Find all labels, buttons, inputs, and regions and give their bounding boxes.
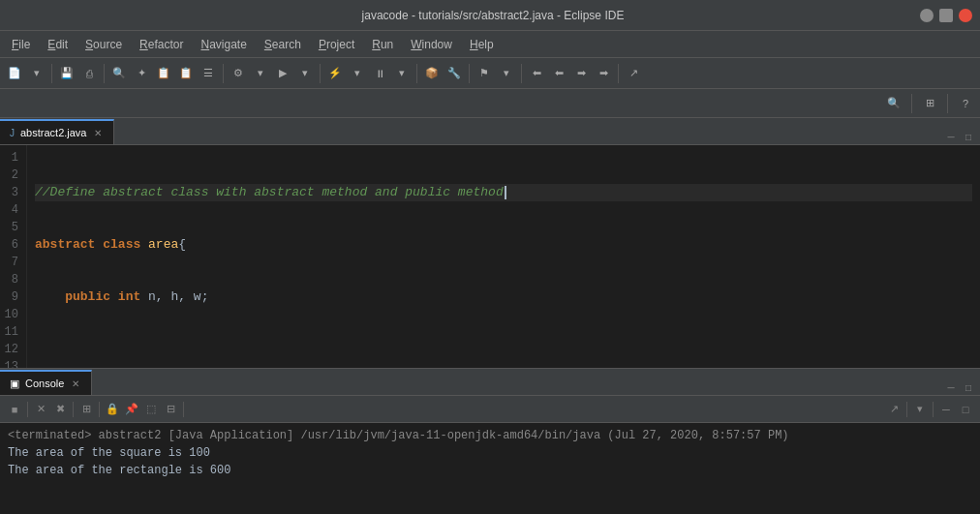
console-toolbar-sep-3 — [99, 402, 100, 417]
menu-run[interactable]: Run — [364, 35, 401, 54]
title-bar-controls — [920, 9, 972, 22]
minimize-button[interactable] — [920, 9, 934, 22]
toolbar-btn-9[interactable]: ▾ — [250, 63, 271, 84]
maximize-button[interactable] — [939, 9, 953, 22]
console-toolbar-sep-6 — [933, 402, 934, 417]
console-output-line-2: The area of the rectangle is 600 — [8, 462, 972, 479]
console-toolbar-sep-5 — [906, 402, 907, 417]
console-btn-4[interactable]: ⊟ — [162, 401, 179, 418]
console-stop2-btn[interactable]: ✕ — [32, 401, 49, 418]
editor-tab-bar: J abstract2.java ✕ ─ □ — [0, 118, 980, 145]
console-maximize-btn[interactable]: □ — [957, 401, 974, 418]
console-tab-close[interactable]: ✕ — [70, 378, 81, 389]
minimize-editor-btn[interactable]: ─ — [943, 129, 959, 144]
line-numbers: 12345 678910 111213 — [0, 145, 27, 368]
toolbar-btn-21[interactable]: ➡ — [593, 63, 614, 84]
toolbar-btn-7[interactable]: ☰ — [198, 63, 219, 84]
toolbar-btn-8[interactable]: ⚙ — [228, 63, 249, 84]
code-content[interactable]: //Define abstract class with abstract me… — [27, 145, 980, 368]
console-open-btn[interactable]: ⬚ — [142, 401, 160, 418]
new-button[interactable]: 📄 — [4, 63, 25, 84]
console-output-line-1: The area of the square is 100 — [8, 444, 972, 462]
save-button[interactable]: 💾 — [56, 63, 77, 84]
console-tab[interactable]: ▣ Console ✕ — [0, 370, 92, 395]
toolbar-sep-4 — [320, 64, 321, 83]
toolbar-sep-3 — [223, 64, 224, 83]
minimize-console-btn[interactable]: ─ — [943, 379, 959, 395]
code-line-2: abstract class area{ — [35, 236, 972, 254]
run-button[interactable]: ▶ — [272, 63, 293, 84]
menu-window[interactable]: Window — [403, 35, 460, 54]
console-open-external-btn[interactable]: ↗ — [885, 401, 903, 418]
menu-refactor[interactable]: Refactor — [132, 35, 191, 54]
window-title: javacode - tutorials/src/abstract2.java … — [66, 9, 920, 22]
editor-tab-abstract2[interactable]: J abstract2.java ✕ — [0, 119, 114, 144]
code-line-4 — [35, 341, 972, 358]
toolbar-sep-8 — [618, 64, 619, 83]
toolbar-btn-22[interactable]: ↗ — [623, 63, 644, 84]
console-area: ▣ Console ✕ ─ □ ■ ✕ ✖ ⊞ 🔒 📌 ⬚ ⊟ ↗ — [0, 368, 980, 514]
toolbar-btn-1[interactable]: ▾ — [26, 63, 47, 84]
menu-file[interactable]: File — [4, 35, 38, 54]
console-minimize-btn[interactable]: ─ — [937, 401, 955, 418]
console-stop-btn[interactable]: ■ — [6, 401, 23, 418]
console-toolbar: ■ ✕ ✖ ⊞ 🔒 📌 ⬚ ⊟ ↗ ▾ ─ □ — [0, 396, 980, 423]
toolbar-btn-17[interactable]: ▾ — [496, 63, 517, 84]
toolbar-main: 📄 ▾ 💾 ⎙ 🔍 ✦ 📋 📋 ☰ ⚙ ▾ ▶ ▾ ⚡ ▾ ⏸ ▾ 📦 🔧 ⚑ … — [0, 58, 980, 89]
tab-close-button[interactable]: ✕ — [92, 127, 104, 138]
menu-source[interactable]: Source — [77, 35, 130, 54]
toolbar-sep-6 — [469, 64, 470, 83]
toolbar-btn-5[interactable]: 📋 — [153, 63, 174, 84]
toolbar-sep-7 — [521, 64, 522, 83]
console-copy-btn[interactable]: ⊞ — [77, 401, 95, 418]
java-file-icon: J — [10, 128, 15, 138]
console-tab-bar: ▣ Console ✕ ─ □ — [0, 369, 980, 396]
console-icon: ▣ — [10, 378, 19, 390]
run-dropdown[interactable]: ▾ — [294, 63, 316, 84]
tab-label: abstract2.java — [20, 127, 86, 138]
maximize-editor-btn[interactable]: □ — [961, 129, 976, 144]
toolbar-sep-5 — [416, 64, 417, 83]
tab-controls: ─ □ — [943, 129, 980, 144]
console-dropdown-btn[interactable]: ▾ — [911, 401, 929, 418]
console-toolbar-right: ↗ ▾ ─ □ — [885, 401, 974, 418]
toolbar2-sep-2 — [947, 94, 948, 113]
menu-search[interactable]: Search — [257, 35, 309, 54]
toolbar-sep-1 — [51, 64, 52, 83]
toolbar-btn-3[interactable]: 🔍 — [108, 63, 130, 84]
console-tab-controls: ─ □ — [943, 379, 980, 395]
toolbar-btn-14[interactable]: 📦 — [421, 63, 443, 84]
toolbar-btn-4[interactable]: ✦ — [131, 63, 152, 84]
toolbar-secondary: 🔍 ⊞ ? — [0, 89, 980, 118]
menu-project[interactable]: Project — [311, 35, 362, 54]
console-status-line: <terminated> abstract2 [Java Application… — [8, 427, 972, 444]
console-toolbar-sep-2 — [73, 402, 74, 417]
toolbar-btn-6[interactable]: 📋 — [175, 63, 197, 84]
close-button[interactable] — [959, 9, 972, 22]
toolbar-btn-10[interactable]: ⚡ — [324, 63, 346, 84]
maximize-console-btn[interactable]: □ — [961, 379, 976, 395]
code-area[interactable]: 12345 678910 111213 //Define abstract cl… — [0, 145, 980, 368]
console-pin-btn[interactable]: 📌 — [123, 401, 140, 418]
toolbar-btn-13[interactable]: ▾ — [391, 63, 413, 84]
console-toolbar-sep-1 — [27, 402, 28, 417]
search-toolbar-btn[interactable]: 🔍 — [883, 93, 904, 114]
perspectives-btn[interactable]: ⊞ — [919, 93, 940, 114]
toolbar-btn-2[interactable]: ⎙ — [78, 63, 100, 84]
toolbar-btn-20[interactable]: ➡ — [570, 63, 592, 84]
menu-edit[interactable]: Edit — [40, 35, 76, 54]
menu-bar: File Edit Source Refactor Navigate Searc… — [0, 31, 980, 58]
menu-navigate[interactable]: Navigate — [193, 35, 254, 54]
console-scroll-lock-btn[interactable]: 🔒 — [104, 401, 121, 418]
toolbar-btn-16[interactable]: ⚑ — [474, 63, 495, 84]
console-output: <terminated> abstract2 [Java Application… — [0, 423, 980, 514]
help-icon-btn[interactable]: ? — [955, 93, 976, 114]
toolbar-btn-15[interactable]: 🔧 — [444, 63, 465, 84]
console-clear-btn[interactable]: ✖ — [51, 401, 69, 418]
toolbar-btn-11[interactable]: ▾ — [347, 63, 368, 84]
toolbar-btn-19[interactable]: ⬅ — [548, 63, 569, 84]
toolbar-btn-12[interactable]: ⏸ — [369, 63, 390, 84]
toolbar-btn-18[interactable]: ⬅ — [526, 63, 547, 84]
toolbar-sep-2 — [104, 64, 105, 83]
menu-help[interactable]: Help — [462, 35, 502, 54]
